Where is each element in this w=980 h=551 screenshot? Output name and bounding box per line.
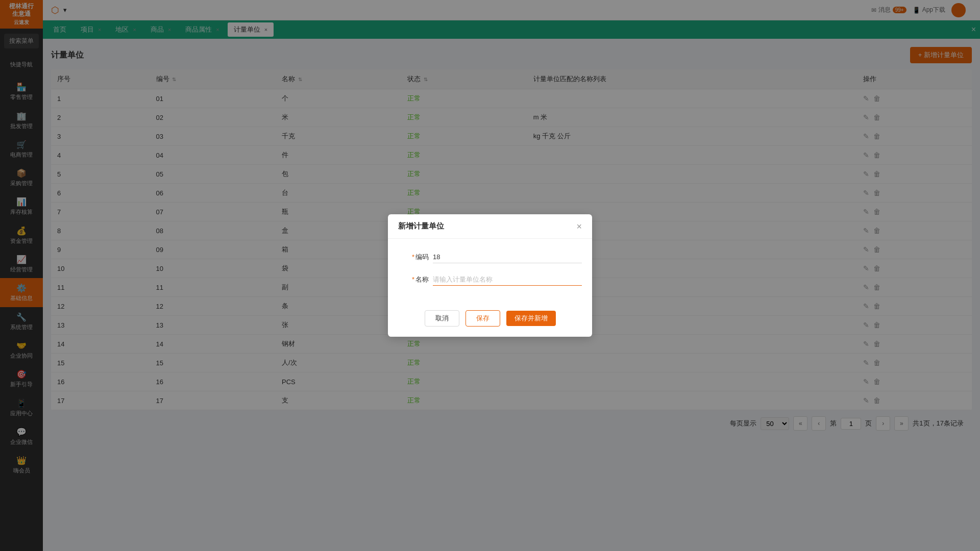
save-and-new-button[interactable]: 保存并新增 bbox=[506, 311, 556, 326]
save-button[interactable]: 保存 bbox=[465, 310, 500, 327]
modal-overlay[interactable]: 新增计量单位 × *编码 *名称 取消 保存 保存并新增 bbox=[0, 0, 980, 551]
name-label: *名称 bbox=[398, 275, 429, 284]
code-label: *编码 bbox=[398, 253, 429, 262]
name-input[interactable] bbox=[433, 273, 582, 286]
code-field-row: *编码 bbox=[398, 251, 582, 263]
modal-close-button[interactable]: × bbox=[576, 222, 582, 231]
modal-body: *编码 *名称 bbox=[388, 239, 592, 304]
code-input[interactable] bbox=[433, 251, 582, 263]
name-required-mark: * bbox=[412, 276, 414, 283]
modal-title: 新增计量单位 bbox=[398, 221, 444, 231]
add-unit-modal: 新增计量单位 × *编码 *名称 取消 保存 保存并新增 bbox=[388, 214, 592, 337]
modal-footer: 取消 保存 保存并新增 bbox=[388, 304, 592, 337]
modal-header: 新增计量单位 × bbox=[388, 214, 592, 239]
name-field-row: *名称 bbox=[398, 273, 582, 286]
cancel-button[interactable]: 取消 bbox=[425, 310, 459, 327]
code-required-mark: * bbox=[412, 253, 414, 261]
